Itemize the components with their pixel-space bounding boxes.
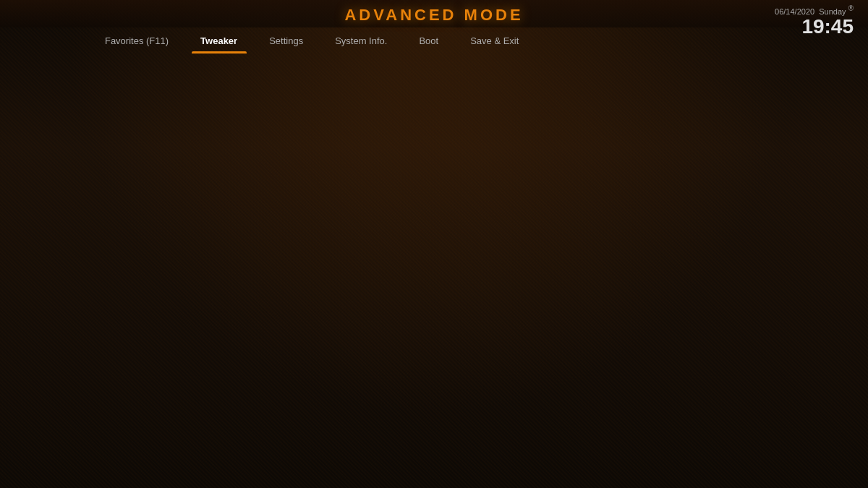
page-title: ADVANCED MODE: [344, 6, 523, 25]
nav-item-save-exit[interactable]: Save & Exit: [454, 27, 535, 53]
nav-item-boot[interactable]: Boot: [403, 27, 454, 53]
time-display: 19:45: [775, 16, 854, 38]
nav-item-system-info[interactable]: System Info.: [319, 27, 403, 53]
nav-item-favorites[interactable]: Favorites (F11): [89, 27, 184, 53]
nav-item-settings[interactable]: Settings: [253, 27, 319, 53]
date-display: 06/14/2020 Sunday ®: [775, 4, 854, 16]
nav-item-tweaker[interactable]: Tweaker: [184, 27, 253, 53]
datetime: 06/14/2020 Sunday ® 19:45: [775, 4, 854, 38]
header: ADVANCED MODE 06/14/2020 Sunday ® 19:45: [0, 0, 868, 27]
